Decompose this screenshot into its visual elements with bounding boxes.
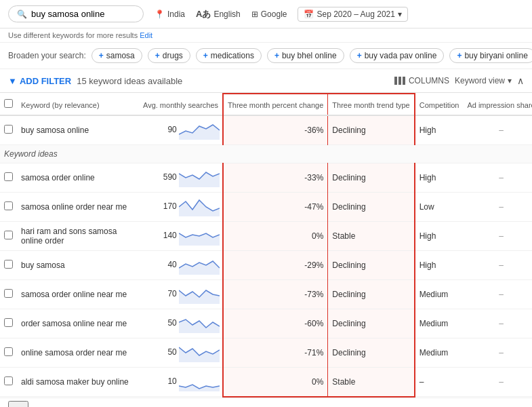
keyword-count: 15 keyword ideas available [77, 76, 182, 86]
table-row: aldi samosa maker buy online 10 0% Stabl… [0, 368, 532, 397]
main-competition-cell: High [415, 115, 464, 145]
broaden-pill-buy-vada[interactable]: + buy vada pav online [350, 48, 445, 63]
filter-icon: ▼ [8, 76, 17, 86]
svg-rect-2 [403, 77, 405, 85]
table-row: samosa order online 590 -33% Declining H… [0, 163, 532, 193]
three-month-trend-header: Three month trend type [328, 94, 415, 115]
keyword-ideas-label: Keyword ideas [0, 145, 532, 163]
broaden-pill-samosa[interactable]: + samosa [91, 48, 142, 63]
calendar-icon: 📅 [304, 9, 314, 19]
main-row-checkbox[interactable] [4, 125, 13, 134]
chevron-down-icon: ▾ [508, 76, 512, 85]
ad-impression-header: Ad impression share [463, 94, 532, 115]
svg-marker-7 [179, 261, 220, 275]
language-filter[interactable]: Aあ English [196, 8, 241, 20]
add-filter-button[interactable]: ▼ ADD FILTER [8, 76, 71, 86]
select-all-header[interactable] [0, 94, 17, 115]
svg-marker-5 [179, 200, 220, 216]
row-checkbox[interactable] [4, 376, 13, 385]
edit-link[interactable]: Edit [140, 31, 152, 39]
location-filter[interactable]: 📍 India [155, 9, 185, 19]
date-range-filter[interactable]: 📅 Sep 2020 – Aug 2021 ▾ [298, 7, 407, 22]
collapse-button[interactable]: ∧ [517, 75, 524, 86]
toolbar-left: ▼ ADD FILTER 15 keyword ideas available [8, 76, 182, 86]
table-row: samosa online order near me 170 -47% Dec… [0, 193, 532, 222]
plus-icon: + [274, 51, 279, 60]
keyword-header: Keyword (by relevance) [17, 94, 139, 115]
svg-marker-3 [179, 125, 220, 140]
plus-icon: + [357, 51, 362, 60]
chevron-down-icon: ▾ [398, 9, 402, 19]
keyword-ideas-label-row: Keyword ideas [0, 145, 532, 163]
sparkline [179, 197, 220, 216]
main-pct-cell: -36% [223, 115, 328, 145]
columns-button[interactable]: COLUMNS [394, 75, 449, 87]
svg-marker-8 [179, 290, 220, 304]
svg-marker-4 [179, 172, 220, 187]
sparkline [179, 343, 220, 362]
broaden-pill-drugs[interactable]: + drugs [148, 48, 190, 63]
svg-marker-9 [179, 319, 220, 333]
network-filter[interactable]: ⊞ Google [251, 9, 287, 19]
sparkline [179, 227, 220, 246]
row-checkbox[interactable] [4, 318, 13, 327]
sparkline [179, 372, 220, 391]
sparkline [179, 256, 220, 275]
row-checkbox[interactable] [4, 231, 13, 239]
main-sparkline [179, 121, 220, 140]
keyword-view-label: Keyword view [455, 76, 505, 85]
main-trend-cell: Declining [328, 115, 415, 145]
svg-marker-6 [179, 233, 220, 246]
main-row-check[interactable] [0, 115, 17, 145]
search-input[interactable] [31, 9, 126, 19]
table-row: hari ram and sons samosa online order 14… [0, 222, 532, 251]
svg-rect-0 [394, 77, 397, 85]
location-label: India [167, 9, 185, 19]
broaden-pill-buy-biryani[interactable]: + buy biryani online [449, 48, 532, 63]
network-label: Google [261, 9, 287, 19]
row-checkbox[interactable] [4, 260, 13, 269]
main-impression-cell: – [463, 115, 532, 145]
sparkline [179, 168, 220, 187]
search-box[interactable]: 🔍 [8, 5, 144, 22]
avg-monthly-header: Avg. monthly searches [139, 94, 223, 115]
three-month-pct-header: Three month percent change [223, 94, 328, 115]
scroll-left-button[interactable]: ◀ [8, 401, 28, 408]
columns-icon [394, 75, 406, 87]
network-icon: ⊞ [251, 9, 258, 19]
svg-marker-11 [179, 385, 220, 391]
toolbar: ▼ ADD FILTER 15 keyword ideas available … [0, 69, 532, 93]
broaden-bar: Broaden your search: + samosa + drugs + … [0, 43, 532, 69]
sparkline [179, 285, 220, 304]
row-checkbox[interactable] [4, 289, 13, 298]
plus-icon: + [457, 51, 462, 60]
plus-icon: + [99, 51, 104, 60]
add-filter-label: ADD FILTER [20, 76, 71, 86]
keyword-view-button[interactable]: Keyword view ▾ [455, 76, 512, 85]
scroll-bottom-bar: ◀ [0, 398, 532, 408]
main-keyword-cell: buy samosa online [17, 115, 139, 145]
row-checkbox[interactable] [4, 201, 13, 210]
row-checkbox[interactable] [4, 172, 13, 181]
date-range-label: Sep 2020 – Aug 2021 [316, 9, 394, 19]
language-icon: Aあ [196, 8, 211, 20]
search-icon: 🔍 [17, 9, 27, 19]
svg-rect-1 [398, 77, 401, 85]
hint-bar: Use different keywords for more results … [0, 28, 532, 43]
keyword-table: Keyword (by relevance) Avg. monthly sear… [0, 93, 532, 398]
plus-icon: + [155, 51, 160, 60]
location-icon: 📍 [155, 9, 165, 19]
main-avg-cell: 90 [139, 115, 223, 145]
main-keyword-row: buy samosa online 90 -36% Declining High [0, 115, 532, 145]
select-all-checkbox[interactable] [4, 99, 13, 108]
hint-text: Use different keywords for more results [8, 31, 138, 39]
row-checkbox[interactable] [4, 347, 13, 356]
keyword-table-container: Keyword (by relevance) Avg. monthly sear… [0, 93, 532, 398]
broaden-pill-medications[interactable]: + medications [196, 48, 262, 63]
competition-header: Competition [415, 94, 464, 115]
table-row: online samosa order near me 50 -71% Decl… [0, 338, 532, 368]
top-bar: 🔍 📍 India Aあ English ⊞ Google 📅 Sep 2020… [0, 0, 532, 28]
sparkline [179, 314, 220, 333]
table-row: buy samosa 40 -29% Declining High – ₹1.5… [0, 251, 532, 280]
broaden-pill-buy-bhel[interactable]: + buy bhel online [267, 48, 344, 63]
